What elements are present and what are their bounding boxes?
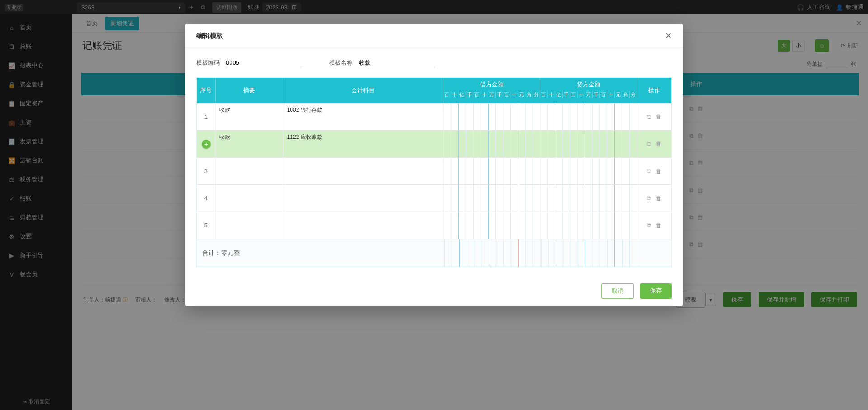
th-credit: 贷方金额 (540, 78, 637, 91)
table-total-row: 合计：零元整 (197, 239, 671, 267)
digit-label: 百 (599, 91, 607, 98)
digit-label: 亿 (555, 91, 562, 98)
digit-label: 亿 (458, 91, 465, 98)
template-name-label: 模板名称 (329, 59, 353, 67)
row-seq: 4 (197, 185, 216, 212)
table-row[interactable]: 收款1122 应收账款⧉🗑+ (197, 130, 671, 157)
trash-icon[interactable]: 🗑 (656, 195, 661, 202)
row-credit[interactable] (541, 104, 637, 130)
digit-label: 千 (562, 91, 570, 98)
row-seq: 3 (197, 158, 216, 184)
digit-label: 分 (533, 91, 540, 98)
th-seq: 序号 (197, 78, 216, 103)
row-summary[interactable]: 收款 (216, 131, 283, 157)
total-label: 合计：零元整 (197, 249, 444, 257)
digit-label: 角 (525, 91, 532, 98)
digit-label: 十 (607, 91, 614, 98)
row-seq: 1 (197, 104, 216, 130)
row-credit[interactable] (541, 185, 637, 212)
copy-icon[interactable]: ⧉ (647, 222, 651, 229)
table-row[interactable]: 3⧉🗑 (197, 157, 671, 184)
row-debit[interactable] (444, 158, 541, 184)
copy-icon[interactable]: ⧉ (647, 113, 651, 121)
row-summary[interactable] (216, 158, 283, 184)
digit-label: 百 (540, 91, 547, 98)
add-row-button[interactable]: + (202, 140, 211, 149)
row-credit[interactable] (541, 158, 637, 184)
modal-overlay: 编辑模板 ✕ 模板编码 模板名称 序号 摘要 会计科目 (0, 0, 868, 410)
row-summary[interactable]: 收款 (216, 104, 283, 130)
row-account[interactable] (283, 185, 444, 212)
trash-icon[interactable]: 🗑 (656, 168, 661, 174)
row-debit[interactable] (444, 185, 541, 212)
digit-label: 百 (443, 91, 450, 98)
trash-icon[interactable]: 🗑 (656, 141, 661, 147)
template-name-input[interactable] (358, 57, 435, 68)
row-account[interactable] (283, 158, 444, 184)
trash-icon[interactable]: 🗑 (656, 222, 661, 229)
row-summary[interactable] (216, 212, 283, 239)
th-ops: 操作 (637, 78, 671, 103)
digit-label: 万 (488, 91, 495, 98)
digit-label: 十 (451, 91, 458, 98)
template-code-label: 模板编码 (196, 59, 220, 67)
digit-label: 千 (495, 91, 503, 98)
digit-label: 十 (481, 91, 488, 98)
modal-title: 编辑模板 (196, 32, 223, 40)
digit-label: 元 (614, 91, 622, 98)
digit-label: 十 (510, 91, 517, 98)
digit-label: 角 (622, 91, 629, 98)
template-code-input[interactable] (225, 57, 302, 68)
row-ops: ⧉🗑 (637, 185, 671, 212)
row-ops: ⧉🗑 (637, 131, 671, 157)
copy-icon[interactable]: ⧉ (647, 195, 651, 202)
digit-label: 百 (503, 91, 510, 98)
save-button[interactable]: 保存 (640, 283, 672, 299)
table-row[interactable]: 4⧉🗑 (197, 184, 671, 212)
row-debit[interactable] (444, 131, 541, 157)
digit-label: 十 (547, 91, 555, 98)
digit-label: 千 (466, 91, 473, 98)
row-account[interactable] (283, 212, 444, 239)
copy-icon[interactable]: ⧉ (647, 168, 651, 175)
th-summary: 摘要 (216, 78, 283, 103)
trash-icon[interactable]: 🗑 (656, 113, 661, 120)
row-credit[interactable] (541, 212, 637, 239)
digit-label: 百 (570, 91, 577, 98)
row-debit[interactable] (444, 212, 541, 239)
table-row[interactable]: 1收款1002 银行存款⧉🗑 (197, 103, 671, 130)
digit-label: 千 (592, 91, 599, 98)
row-account[interactable]: 1122 应收账款 (283, 131, 444, 157)
row-account[interactable]: 1002 银行存款 (283, 104, 444, 130)
th-debit: 借方金额 (443, 78, 540, 91)
edit-template-modal: 编辑模板 ✕ 模板编码 模板名称 序号 摘要 会计科目 (185, 24, 683, 306)
copy-icon[interactable]: ⧉ (647, 141, 651, 148)
digit-label: 百 (473, 91, 480, 98)
digit-label: 万 (585, 91, 592, 98)
digit-label: 十 (577, 91, 585, 98)
row-ops: ⧉🗑 (637, 158, 671, 184)
row-seq: 5 (197, 212, 216, 239)
cancel-button[interactable]: 取消 (601, 283, 634, 299)
template-table: 序号 摘要 会计科目 借方金额 百十亿千百十万千百十元角分 贷方金额 百十亿千百… (196, 77, 672, 267)
row-ops: ⧉🗑 (637, 104, 671, 130)
row-debit[interactable] (444, 104, 541, 130)
close-icon[interactable]: ✕ (665, 31, 672, 41)
th-account: 会计科目 (283, 78, 443, 103)
table-row[interactable]: 5⧉🗑 (197, 212, 671, 239)
row-ops: ⧉🗑 (637, 212, 671, 239)
digit-label: 分 (629, 91, 637, 98)
row-summary[interactable] (216, 185, 283, 212)
digit-label: 元 (518, 91, 525, 98)
row-credit[interactable] (541, 131, 637, 157)
